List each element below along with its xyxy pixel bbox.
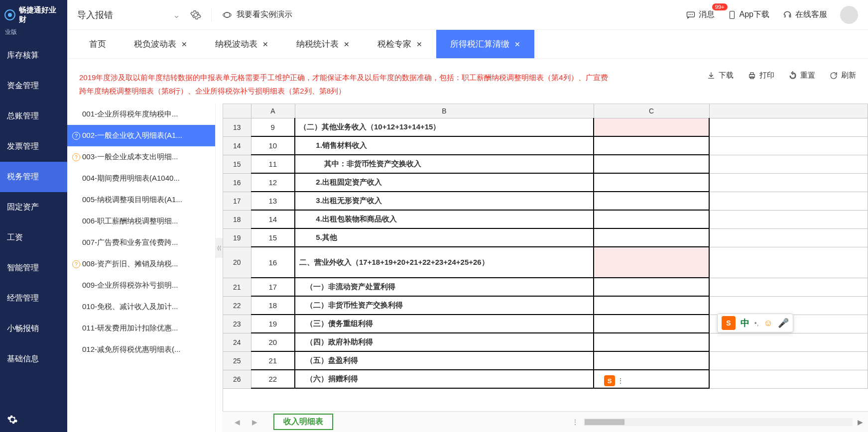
scroll-right-icon[interactable]: ▶ (858, 418, 863, 426)
nav-item[interactable]: 经营管理 (0, 283, 67, 314)
nav-item[interactable]: 库存核算 (0, 40, 67, 71)
avatar[interactable] (840, 6, 858, 24)
row-header[interactable]: 13 (223, 118, 251, 136)
form-list-item[interactable]: ?003-一般企业成本支出明细... (67, 146, 215, 168)
cell[interactable]: 14 (251, 210, 295, 228)
cell[interactable]: 5.其他 (295, 228, 594, 247)
refresh-button[interactable]: 刷新 (829, 71, 856, 80)
ime-indicator[interactable]: S ⋮ (604, 375, 624, 386)
cell[interactable]: （二）其他业务收入（10+12+13+14+15） (295, 118, 594, 136)
row-header[interactable]: 19 (223, 228, 251, 247)
nav-item[interactable]: 基础信息 (0, 344, 67, 374)
cell[interactable] (594, 351, 709, 370)
cell[interactable] (594, 315, 709, 333)
row-header[interactable]: 16 (223, 173, 251, 192)
cell[interactable]: （六）捐赠利得 (295, 370, 594, 388)
cell[interactable] (594, 278, 709, 296)
cell[interactable]: 3.出租无形资产收入 (295, 192, 594, 210)
row-header[interactable]: 23 (223, 315, 251, 333)
close-icon[interactable]: ✕ (262, 40, 268, 48)
tab[interactable]: 纳税统计表✕ (282, 30, 364, 58)
form-list-item[interactable]: 010-免税、减计收入及加计... (67, 296, 215, 318)
cell[interactable]: 2.出租固定资产收入 (295, 173, 594, 192)
tab[interactable]: 首页 (75, 30, 120, 58)
ime-menu-icon[interactable]: ⋮ (617, 377, 624, 385)
support-button[interactable]: 在线客服 (782, 9, 827, 20)
close-icon[interactable]: ✕ (181, 40, 187, 48)
settings-button[interactable] (0, 407, 67, 432)
row-header[interactable]: 15 (223, 155, 251, 173)
ime-mode-icon[interactable]: •, (754, 319, 759, 327)
nav-item[interactable]: 固定资产 (0, 192, 67, 222)
row-header[interactable]: 20 (223, 247, 251, 278)
cell[interactable] (594, 136, 709, 155)
cell[interactable]: 10 (251, 136, 295, 155)
download-button[interactable]: 下载 (707, 71, 734, 80)
sheet-tab[interactable]: 收入明细表 (273, 414, 333, 430)
cell[interactable]: 16 (251, 247, 295, 278)
row-header[interactable]: 17 (223, 192, 251, 210)
cell[interactable] (594, 333, 709, 351)
form-list-item[interactable]: 012-减免所得税优惠明细表(... (67, 339, 215, 360)
form-list-item[interactable]: 011-研发费用加计扣除优惠... (67, 318, 215, 339)
ime-emoji-icon[interactable]: ☺ (764, 318, 773, 328)
close-icon[interactable]: ✕ (344, 40, 350, 48)
cell[interactable]: （五）盘盈利得 (295, 351, 594, 370)
nav-item[interactable]: 发票管理 (0, 131, 67, 162)
row-header[interactable]: 22 (223, 296, 251, 315)
close-icon[interactable]: ✕ (416, 40, 422, 48)
form-list-item[interactable]: 006-职工薪酬纳税调整明细... (67, 211, 215, 232)
cell[interactable]: （三）债务重组利得 (295, 315, 594, 333)
reset-button[interactable]: 重置 (788, 71, 815, 80)
form-list-item[interactable]: 004-期间费用明细表(A1040... (67, 168, 215, 189)
ime-lang[interactable]: 中 (741, 317, 749, 329)
cell[interactable] (594, 155, 709, 173)
cell[interactable]: 其中：非货币性资产交换收入 (295, 155, 594, 173)
nav-item[interactable]: 智能管理 (0, 253, 67, 283)
app-download-button[interactable]: App下载 (728, 9, 769, 20)
sheet-prev-icon[interactable]: ◀ (235, 418, 240, 426)
cell[interactable]: 20 (251, 333, 295, 351)
col-header-B[interactable]: B (295, 104, 594, 118)
demo-link[interactable]: 我要看实例演示 (222, 9, 292, 20)
row-header[interactable]: 24 (223, 333, 251, 351)
tab[interactable]: 税负波动表✕ (120, 30, 201, 58)
row-header[interactable]: 14 (223, 136, 251, 155)
tab[interactable]: 纳税波动表✕ (201, 30, 282, 58)
cell[interactable] (594, 228, 709, 247)
row-header[interactable]: 18 (223, 210, 251, 228)
col-header-A[interactable]: A (251, 104, 295, 118)
cell[interactable]: 13 (251, 192, 295, 210)
cell[interactable]: 二、营业外收入（17+18+19+20+21+22+23+24+25+26） (295, 247, 594, 278)
cell[interactable]: 9 (251, 118, 295, 136)
collapse-handle[interactable]: ⟨⟨ (216, 238, 223, 258)
nav-item[interactable]: 税务管理 (0, 162, 67, 192)
tab[interactable]: 所得税汇算清缴✕ (436, 30, 534, 58)
cell[interactable]: （一）非流动资产处置利得 (295, 278, 594, 296)
form-list-item[interactable]: 001-企业所得税年度纳税申... (67, 104, 215, 125)
import-dropdown[interactable]: 导入报错 ⌄ (77, 9, 180, 21)
ime-toolbar[interactable]: S 中 •, ☺ 🎤 (717, 314, 793, 332)
form-list-item[interactable]: 009-企业所得税弥补亏损明... (67, 275, 215, 296)
cell[interactable]: 22 (251, 370, 295, 388)
row-header[interactable]: 25 (223, 351, 251, 370)
form-list-item[interactable]: ?008-资产折旧、摊销及纳税... (67, 253, 215, 275)
grid[interactable]: A B C 139（二）其他业务收入（10+12+13+14+15）1410 1… (223, 104, 868, 411)
tab[interactable]: 税检专家✕ (364, 30, 436, 58)
nav-item[interactable]: 总账管理 (0, 101, 67, 131)
cell[interactable] (594, 210, 709, 228)
cell[interactable]: 12 (251, 173, 295, 192)
cell[interactable]: 18 (251, 296, 295, 315)
settings-icon[interactable] (190, 9, 201, 20)
cell[interactable]: 1.销售材料收入 (295, 136, 594, 155)
row-header[interactable]: 21 (223, 278, 251, 296)
cell[interactable] (594, 173, 709, 192)
nav-item[interactable]: 工资 (0, 222, 67, 253)
cell[interactable]: 11 (251, 155, 295, 173)
form-list-item[interactable]: 007-广告费和业务宣传费跨... (67, 232, 215, 253)
corner-cell[interactable] (223, 104, 251, 118)
form-list-item[interactable]: 005-纳税调整项目明细表(A1... (67, 189, 215, 211)
sheet-menu-icon[interactable]: ⋮ (572, 418, 579, 426)
cell[interactable]: 15 (251, 228, 295, 247)
cell[interactable]: 21 (251, 351, 295, 370)
